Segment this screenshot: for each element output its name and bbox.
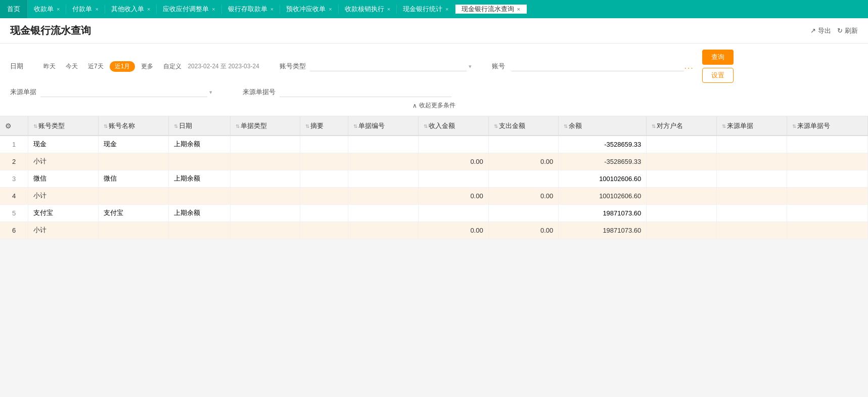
column-header-account_type[interactable]: ⇅账号类型 xyxy=(28,116,99,136)
date-option-button[interactable]: 昨天 xyxy=(39,61,60,72)
account-type-filter: 账号类型 ▾ xyxy=(280,61,472,71)
collapse-up-icon: ∧ xyxy=(413,102,417,109)
column-header-counterpart[interactable]: ⇅对方户名 xyxy=(647,116,717,136)
cell-expense xyxy=(488,204,559,222)
column-header-account_name[interactable]: ⇅账号名称 xyxy=(99,116,169,136)
cell-expense xyxy=(488,136,559,153)
source-doc-input[interactable] xyxy=(40,87,207,97)
cell-balance: 19871073.60 xyxy=(559,204,647,222)
export-button[interactable]: ↗ 导出 xyxy=(810,26,831,35)
cell-row_num: 2 xyxy=(0,153,28,170)
cell-counterpart xyxy=(647,153,717,170)
cell-source_doc xyxy=(716,187,787,204)
date-option-button[interactable]: 今天 xyxy=(62,61,82,72)
refresh-button[interactable]: ↻ 刷新 xyxy=(837,26,858,35)
close-icon[interactable]: × xyxy=(95,6,98,12)
settings-icon[interactable]: ⚙ xyxy=(5,122,12,130)
account-input[interactable] xyxy=(511,61,684,71)
column-header-doc_no[interactable]: ⇅单据编号 xyxy=(348,116,419,136)
column-header-date[interactable]: ⇅日期 xyxy=(168,116,230,136)
sort-icon: ⇅ xyxy=(564,123,568,129)
nav-tab-label: 收款核销执行 xyxy=(345,5,384,14)
sort-icon: ⇅ xyxy=(652,123,656,129)
nav-tab[interactable]: 预收冲应收单× xyxy=(280,5,338,14)
cell-balance: 19871073.60 xyxy=(559,222,647,239)
cell-account_name xyxy=(99,187,169,204)
close-icon[interactable]: × xyxy=(57,6,60,12)
date-option-button[interactable]: 自定义 xyxy=(159,61,186,72)
cell-balance: -3528659.33 xyxy=(559,136,647,153)
account-ellipsis-button[interactable]: ... xyxy=(684,62,694,71)
source-doc-dropdown-icon: ▾ xyxy=(209,89,212,96)
cell-income: 0.00 xyxy=(419,153,489,170)
table-container: ⚙⇅账号类型⇅账号名称⇅日期⇅单据类型⇅摘要⇅单据编号⇅收入金额⇅支出金额⇅余额… xyxy=(0,116,868,239)
cell-doc_type xyxy=(230,153,300,170)
nav-tab[interactable]: 收款单× xyxy=(28,5,66,14)
close-icon[interactable]: × xyxy=(212,6,215,12)
column-header-source_doc_no[interactable]: ⇅来源单据号 xyxy=(787,116,867,136)
nav-tabs: 收款单×付款单×其他收入单×应收应付调整单×银行存取款单×预收冲应收单×收款核销… xyxy=(28,5,527,14)
col-label: 单据编号 xyxy=(358,122,385,129)
close-icon[interactable]: × xyxy=(445,6,448,12)
cell-summary xyxy=(300,187,348,204)
cell-income: 0.00 xyxy=(419,187,489,204)
col-label: 余额 xyxy=(569,122,582,129)
cell-source_doc xyxy=(716,170,787,187)
page-header: 现金银行流水查询 ↗ 导出 ↻ 刷新 xyxy=(0,18,868,43)
close-icon[interactable]: × xyxy=(387,6,390,12)
cell-account_type: 微信 xyxy=(28,170,99,187)
close-icon[interactable]: × xyxy=(329,6,332,12)
nav-tab[interactable]: 付款单× xyxy=(66,5,105,14)
date-option-button[interactable]: 近7天 xyxy=(84,61,108,72)
cell-source_doc_no xyxy=(787,153,867,170)
column-header-summary[interactable]: ⇅摘要 xyxy=(300,116,348,136)
nav-tab-label: 付款单 xyxy=(72,5,92,14)
nav-home[interactable]: 首页 xyxy=(0,0,28,18)
column-header-source_doc[interactable]: ⇅来源单据 xyxy=(716,116,787,136)
column-header-income[interactable]: ⇅收入金额 xyxy=(419,116,489,136)
action-buttons: 查询 设置 xyxy=(702,50,734,83)
source-doc-num-input[interactable] xyxy=(280,87,451,97)
date-option-button[interactable]: 近1月 xyxy=(110,61,135,72)
nav-tab[interactable]: 应收应付调整单× xyxy=(157,5,221,14)
table-row: 4小计0.000.00100102606.60 xyxy=(0,187,868,204)
close-icon[interactable]: × xyxy=(517,6,520,12)
cell-balance: 100102606.60 xyxy=(559,187,647,204)
nav-tab[interactable]: 现金银行流水查询× xyxy=(455,5,527,14)
nav-tab-label: 预收冲应收单 xyxy=(286,5,326,14)
close-icon[interactable]: × xyxy=(270,6,273,12)
cell-source_doc xyxy=(716,204,787,222)
account-label: 账号 xyxy=(492,62,507,71)
cell-account_name xyxy=(99,222,169,239)
cell-doc_no xyxy=(348,153,419,170)
column-header-expense[interactable]: ⇅支出金额 xyxy=(488,116,559,136)
account-type-input[interactable] xyxy=(310,61,467,71)
sort-icon: ⇅ xyxy=(33,123,37,129)
close-icon[interactable]: × xyxy=(147,6,150,12)
nav-tab[interactable]: 收款核销执行× xyxy=(339,5,397,14)
cell-account_type: 小计 xyxy=(28,222,99,239)
column-header-balance[interactable]: ⇅余额 xyxy=(559,116,647,136)
cell-source_doc_no xyxy=(787,170,867,187)
cell-expense xyxy=(488,170,559,187)
column-header-doc_type[interactable]: ⇅单据类型 xyxy=(230,116,300,136)
setting-button[interactable]: 设置 xyxy=(702,68,734,83)
nav-tab[interactable]: 现金银行统计× xyxy=(397,5,455,14)
data-table: ⚙⇅账号类型⇅账号名称⇅日期⇅单据类型⇅摘要⇅单据编号⇅收入金额⇅支出金额⇅余额… xyxy=(0,116,868,239)
column-header-gear: ⚙ xyxy=(0,116,28,136)
collapse-label: 收起更多条件 xyxy=(419,101,455,110)
col-label: 对方户名 xyxy=(657,122,683,129)
col-label: 来源单据号 xyxy=(797,122,830,129)
query-button[interactable]: 查询 xyxy=(702,50,734,65)
cell-account_type: 小计 xyxy=(28,187,99,204)
cell-account_name: 微信 xyxy=(99,170,169,187)
nav-tab[interactable]: 银行存取款单× xyxy=(222,5,280,14)
cell-doc_no xyxy=(348,170,419,187)
collapse-bar[interactable]: ∧ 收起更多条件 xyxy=(10,101,858,110)
date-option-button[interactable]: 更多 xyxy=(137,61,157,72)
nav-tab[interactable]: 其他收入单× xyxy=(105,5,157,14)
col-label: 收入金额 xyxy=(429,122,455,129)
page-title: 现金银行流水查询 xyxy=(10,24,91,37)
account-type-dropdown-icon: ▾ xyxy=(469,63,472,70)
source-doc-num-label: 来源单据号 xyxy=(243,87,276,97)
